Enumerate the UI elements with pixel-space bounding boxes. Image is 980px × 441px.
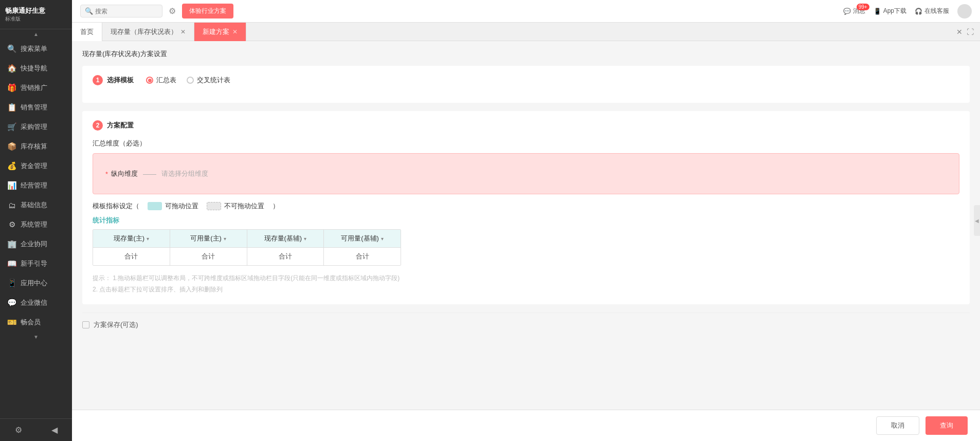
gear-icon[interactable]: ⚙ [169, 6, 176, 16]
col-2: 可用量(主) ▾ [170, 230, 247, 248]
toggle-btn[interactable]: ◀ [47, 423, 62, 437]
sidebar-item-finance[interactable]: 💰 资金管理 [0, 156, 72, 176]
col-4-header[interactable]: 可用量(基辅) ▾ [324, 230, 401, 248]
app-version: 标准版 [5, 15, 67, 23]
purchase-icon: 🛒 [7, 122, 16, 132]
radio-summary[interactable]: 汇总表 [146, 76, 176, 85]
radio-cross-label: 交叉统计表 [197, 76, 230, 85]
tab-home[interactable]: 首页 [72, 23, 102, 41]
sidebar-item-label: 企业微信 [21, 298, 47, 307]
sidebar-item-system[interactable]: ⚙ 系统管理 [0, 215, 72, 234]
sidebar-item-app-center[interactable]: 📱 应用中心 [0, 273, 72, 293]
search-icon: 🔍 [85, 7, 93, 15]
download-icon: 📱 [874, 8, 881, 15]
col-2-chevron-icon[interactable]: ▾ [224, 236, 226, 242]
sidebar-item-sales[interactable]: 📋 销售管理 [0, 98, 72, 117]
settings-btn[interactable]: ⚙ [11, 423, 26, 437]
col-2-body-cell: 合计 [170, 248, 247, 265]
tab-inventory-status[interactable]: 现存量（库存状况表） ✕ [102, 23, 194, 41]
col-2-body: 合计 [170, 248, 247, 265]
search-input[interactable] [95, 8, 157, 15]
col-4-header-label: 可用量(基辅) [341, 234, 379, 243]
search-menu-icon: 🔍 [7, 44, 16, 53]
tab-inventory-close-icon[interactable]: ✕ [180, 28, 186, 35]
query-button[interactable]: 查询 [925, 416, 968, 435]
col-4-body: 合计 [324, 248, 401, 265]
dimension-text: 纵向维度 [111, 169, 138, 178]
dimension-area[interactable]: * 纵向维度 —— 请选择分组维度 [93, 153, 959, 194]
app-download-btn[interactable]: 📱 App下载 [874, 7, 906, 15]
search-box[interactable]: 🔍 [80, 5, 162, 17]
tab-new-plan[interactable]: 新建方案 ✕ [194, 23, 246, 41]
sidebar-item-search-menu[interactable]: 🔍 搜索菜单 [0, 39, 72, 59]
col-3-body: 合计 [247, 248, 324, 265]
save-checkbox[interactable] [82, 321, 89, 328]
content-area: 现存量(库存状况表)方案设置 1 选择模板 汇总表 交叉统计表 [72, 41, 980, 441]
topbar: 🔍 ⚙ 体验行业方案 💬 消息 99+ 📱 App下载 🎧 在线客服 [72, 0, 980, 23]
col-1-body-cell: 合计 [93, 248, 170, 265]
col-2-header[interactable]: 可用量(主) ▾ [170, 230, 247, 248]
sidebar-item-newbie[interactable]: 📖 新手引导 [0, 254, 72, 273]
col-4-chevron-icon[interactable]: ▾ [381, 236, 384, 242]
cancel-button[interactable]: 取消 [876, 416, 919, 435]
trial-button[interactable]: 体验行业方案 [182, 4, 233, 19]
tab-home-label: 首页 [80, 27, 94, 36]
radio-summary-label: 汇总表 [156, 76, 176, 85]
col-3-header-label: 现存量(基辅) [264, 234, 302, 243]
sidebar-item-purchase[interactable]: 🛒 采购管理 [0, 117, 72, 137]
sidebar-item-quick-nav[interactable]: 🏠 快捷导航 [0, 59, 72, 78]
dim-label: 汇总维度（必选） [93, 139, 959, 148]
sidebar-item-label: 库存核算 [21, 142, 47, 151]
headset-icon: 🎧 [915, 8, 922, 15]
side-handle[interactable]: ◀ [974, 205, 980, 236]
tab-inventory-status-label: 现存量（库存状况表） [111, 27, 177, 36]
marketing-icon: 🎁 [7, 83, 16, 93]
col-1-body: 合计 [93, 248, 170, 265]
sidebar-item-inventory[interactable]: 📦 库存核算 [0, 137, 72, 156]
online-service-label: 在线客服 [924, 7, 949, 15]
section2-number: 2 [93, 120, 103, 131]
col-2-header-label: 可用量(主) [190, 234, 222, 243]
non-draggable-box [207, 202, 221, 210]
window-expand-icon[interactable]: ⛶ [967, 28, 974, 36]
draggable-indicator: 可拖动位置 [148, 201, 198, 211]
message-btn[interactable]: 💬 消息 99+ [843, 7, 865, 15]
app-center-icon: 📱 [7, 279, 16, 288]
sidebar-item-label: 快捷导航 [21, 64, 47, 73]
sidebar-item-label: 企业协同 [21, 240, 47, 249]
tab-new-plan-label: 新建方案 [203, 27, 229, 36]
user-avatar[interactable] [957, 4, 972, 19]
col-1-chevron-icon[interactable]: ▾ [147, 236, 149, 242]
section1-header: 1 选择模板 汇总表 交叉统计表 [93, 75, 959, 85]
radio-cross[interactable]: 交叉统计表 [187, 76, 230, 85]
sidebar-item-marketing[interactable]: 🎁 营销推广 [0, 78, 72, 98]
window-close-icon[interactable]: ✕ [956, 28, 963, 36]
system-icon: ⚙ [7, 220, 16, 229]
tab-new-plan-close-icon[interactable]: ✕ [232, 28, 238, 35]
template-radio-group: 汇总表 交叉统计表 [146, 76, 230, 85]
col-3-header[interactable]: 现存量(基辅) ▾ [247, 230, 324, 248]
sidebar-item-label: 系统管理 [21, 220, 47, 229]
sales-icon: 📋 [7, 103, 16, 112]
finance-icon: 💰 [7, 161, 16, 171]
sidebar-item-operation[interactable]: 📊 经营管理 [0, 176, 72, 195]
quick-nav-icon: 🏠 [7, 64, 16, 73]
template-indicator: 模板指标设定（ 可拖动位置 不可拖动位置 ） [93, 201, 959, 211]
online-service-btn[interactable]: 🎧 在线客服 [915, 7, 949, 15]
col-1-header[interactable]: 现存量(主) ▾ [93, 230, 170, 248]
sidebar: 畅康通好生意 标准版 ▲ 🔍 搜索菜单 🏠 快捷导航 🎁 营销推广 📋 销售管理… [0, 0, 72, 441]
sidebar-scroll-down[interactable]: ▼ [0, 332, 72, 342]
sidebar-item-enterprise[interactable]: 🏢 企业协同 [0, 234, 72, 254]
topbar-left: 🔍 ⚙ 体验行业方案 [80, 4, 233, 19]
tips-area: 提示： 1.拖动标题栏可以调整布局，不可跨维度或指标区域拖动栏目字段(只能在同一… [93, 273, 959, 295]
col-3-chevron-icon[interactable]: ▾ [304, 236, 306, 242]
radio-cross-circle [187, 77, 194, 84]
main-area: 🔍 ⚙ 体验行业方案 💬 消息 99+ 📱 App下载 🎧 在线客服 [72, 0, 980, 441]
sidebar-item-base-info[interactable]: 🗂 基础信息 [0, 195, 72, 215]
section2-header: 2 方案配置 [93, 120, 959, 131]
sidebar-scroll-up[interactable]: ▲ [0, 29, 72, 39]
sidebar-item-label: 营销推广 [21, 83, 47, 93]
draggable-label: 可拖动位置 [165, 201, 198, 211]
sidebar-item-wechat[interactable]: 💬 企业微信 [0, 293, 72, 313]
sidebar-item-member[interactable]: 🎫 畅会员 [0, 313, 72, 332]
